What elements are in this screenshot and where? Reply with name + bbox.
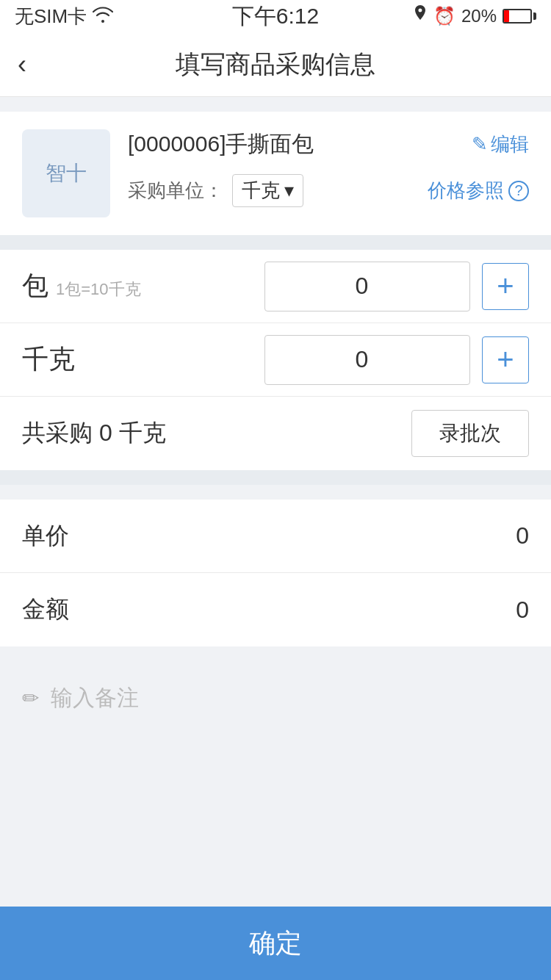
note-placeholder: 输入备注 [51, 683, 139, 713]
unit-select[interactable]: 千克 ▾ [232, 174, 303, 207]
input-section: 包 1包=10千克 + 千克 + 共采购 0 千克 录批次 [0, 250, 551, 470]
kg-plus-button[interactable]: + [482, 336, 529, 383]
nav-bar: ‹ 填写商品采购信息 [0, 32, 551, 97]
amount-label: 金额 [22, 594, 69, 626]
unit-price-value: 0 [516, 522, 529, 550]
bag-input-row: 包 1包=10千克 + [0, 250, 551, 323]
carrier-text: 无SIM卡 [15, 4, 87, 29]
bag-label-main: 包 [22, 268, 48, 304]
help-icon: ? [508, 181, 529, 201]
page-title: 填写商品采购信息 [176, 48, 375, 82]
bag-label: 包 1包=10千克 [22, 268, 169, 304]
bag-input-control: + [169, 262, 529, 311]
unit-price-label: 单价 [22, 520, 69, 552]
status-time: 下午6:12 [232, 1, 319, 32]
price-section: 单价 0 金额 0 [0, 500, 551, 646]
note-section[interactable]: ✏ 输入备注 [0, 661, 551, 735]
unit-row: 采购单位： 千克 ▾ 价格参照 ? [128, 174, 529, 207]
bag-label-sub: 1包=10千克 [56, 278, 141, 300]
unit-label: 采购单位： [128, 178, 223, 203]
content-spacer [0, 735, 551, 882]
amount-value: 0 [516, 597, 529, 624]
summary-row: 共采购 0 千克 录批次 [0, 397, 551, 470]
unit-price-row: 单价 0 [0, 500, 551, 573]
product-info: [0000006]手撕面包 ✎ 编辑 采购单位： 千克 ▾ 价格参照 ? [128, 129, 529, 207]
confirm-button[interactable]: 确定 [0, 907, 551, 980]
bag-quantity-input[interactable] [264, 262, 470, 311]
batch-button[interactable]: 录批次 [411, 410, 529, 457]
price-ref-button[interactable]: 价格参照 ? [428, 178, 529, 203]
product-full-name: [0000006]手撕面包 [128, 129, 314, 159]
edit-icon: ✎ [472, 133, 488, 156]
edit-button[interactable]: ✎ 编辑 [472, 131, 529, 157]
status-right: ⏰ 20% [413, 5, 536, 27]
product-logo: 智十 [46, 161, 87, 186]
amount-row: 金额 0 [0, 573, 551, 646]
kg-input-control: + [169, 335, 529, 385]
product-image: 智十 [22, 129, 110, 217]
price-ref-label: 价格参照 [428, 178, 504, 203]
product-name-row: [0000006]手撕面包 ✎ 编辑 [128, 129, 529, 159]
wifi-icon [93, 5, 113, 28]
battery-icon [503, 9, 536, 24]
kg-quantity-input[interactable] [264, 335, 470, 385]
section-divider-1 [0, 235, 551, 250]
status-bar: 无SIM卡 下午6:12 ⏰ 20% [0, 0, 551, 32]
pencil-icon: ✏ [22, 686, 39, 710]
kg-input-row: 千克 + [0, 323, 551, 397]
battery-percent: 20% [461, 6, 497, 26]
alarm-icon: ⏰ [433, 6, 455, 26]
chevron-down-icon: ▾ [284, 179, 294, 202]
bag-plus-button[interactable]: + [482, 263, 529, 310]
unit-value: 千克 [242, 178, 280, 203]
summary-text: 共采购 0 千克 [22, 417, 166, 450]
location-icon [413, 5, 428, 27]
kg-label-main: 千克 [22, 342, 75, 378]
product-card: 智十 [0000006]手撕面包 ✎ 编辑 采购单位： 千克 ▾ 价格参照 ? [0, 112, 551, 235]
edit-label: 编辑 [491, 131, 529, 157]
status-left: 无SIM卡 [15, 4, 113, 29]
back-button[interactable]: ‹ [18, 49, 26, 80]
kg-label: 千克 [22, 342, 169, 378]
section-divider-2 [0, 470, 551, 485]
